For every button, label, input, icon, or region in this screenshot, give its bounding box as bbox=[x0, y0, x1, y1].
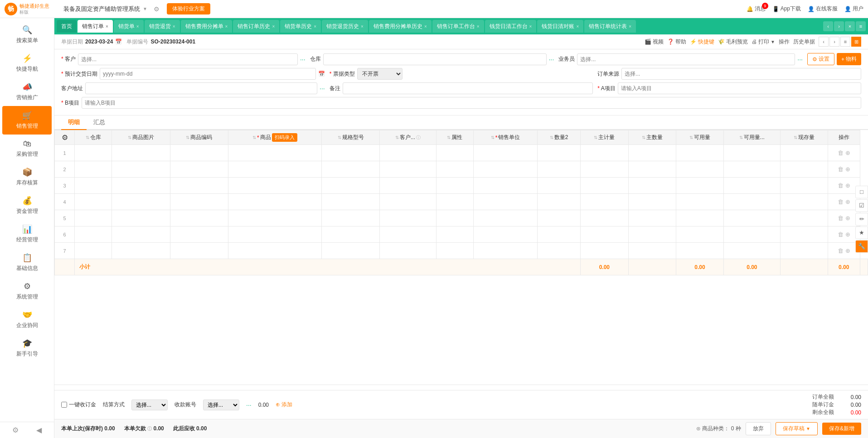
add-deposit-btn[interactable]: ⊕ 添加 bbox=[276, 401, 292, 409]
salesperson-dots[interactable]: ··· bbox=[797, 56, 803, 63]
delete-icon[interactable]: 🗑 bbox=[838, 149, 844, 156]
scan-button[interactable]: 扫码录入 bbox=[272, 133, 297, 142]
tab-close-invoice[interactable]: × bbox=[136, 24, 139, 29]
sidebar-item-search[interactable]: 🔍 搜索菜单 bbox=[0, 20, 54, 49]
sidebar-item-marketing[interactable]: 📣 营销推广 bbox=[0, 77, 54, 106]
settings-btn[interactable]: ⚙ 设置 bbox=[807, 53, 834, 65]
profit-btn[interactable]: 🌾 毛利预览 bbox=[718, 38, 748, 46]
copy-icon[interactable]: ⊕ bbox=[845, 198, 850, 205]
float-btn-expand[interactable]: □ bbox=[855, 186, 868, 198]
warehouse-input[interactable]: 成品库 bbox=[323, 53, 547, 65]
sidebar-item-operations[interactable]: 📊 经营管理 bbox=[0, 220, 54, 248]
print-btn[interactable]: 🖨 打印 ▼ bbox=[752, 38, 775, 46]
tab-sales-order-history[interactable]: 销售订单历史 × bbox=[233, 20, 279, 33]
save-new-button[interactable]: 保存&新增 bbox=[822, 423, 861, 435]
tab-cashflow-workbench[interactable]: 钱货日清工作台 × bbox=[485, 20, 537, 33]
view-btn[interactable]: 🎬 视频 bbox=[645, 38, 664, 46]
tab-invoice[interactable]: 销货单 × bbox=[114, 20, 144, 33]
tab-expense-history[interactable]: 销售费用分摊单历史 × bbox=[369, 20, 432, 33]
tab-close-cashflow-reconcile[interactable]: × bbox=[576, 24, 579, 29]
sidebar-item-system[interactable]: ⚙ 系统管理 bbox=[0, 277, 54, 305]
sidebar-item-inventory[interactable]: 📦 库存核算 bbox=[0, 163, 54, 191]
user-avatar[interactable]: 👤 用户 bbox=[844, 5, 863, 13]
address-dots[interactable]: ··· bbox=[320, 85, 325, 92]
tab-prev-btn[interactable]: ‹ bbox=[823, 21, 833, 31]
th-config[interactable]: ⚙ bbox=[55, 130, 75, 145]
delivery-date-input[interactable] bbox=[100, 68, 316, 80]
note-input[interactable] bbox=[343, 82, 593, 94]
tab-close-invoice-history[interactable]: × bbox=[314, 24, 316, 29]
sidebar-item-finance[interactable]: 💰 资金管理 bbox=[0, 191, 54, 220]
help-btn[interactable]: ❓ 帮助 bbox=[667, 38, 686, 46]
receipt-dots[interactable]: ··· bbox=[246, 401, 252, 409]
layout-btn-next[interactable]: › bbox=[829, 37, 839, 47]
save-draft-button[interactable]: 保存草稿 ▼ bbox=[776, 422, 818, 435]
online-service-btn[interactable]: 👤 在线客服 bbox=[808, 5, 838, 13]
sub-tab-detail[interactable]: 明细 bbox=[61, 116, 87, 130]
deposit-checkbox-input[interactable] bbox=[61, 402, 67, 408]
tab-return-history[interactable]: 销货退货历史 × bbox=[322, 20, 368, 33]
customer-dots[interactable]: ··· bbox=[300, 56, 305, 63]
sidebar-item-sales[interactable]: 🛒 销售管理 bbox=[2, 106, 52, 135]
receipt-account-select[interactable]: 选择... bbox=[203, 399, 239, 410]
settings-icon-bottom[interactable]: ⚙ bbox=[12, 426, 19, 434]
sidebar-item-basicinfo[interactable]: 📋 基础信息 bbox=[0, 248, 54, 277]
tab-close-sales-expense[interactable]: × bbox=[225, 24, 228, 29]
notification-bell[interactable]: 🔔 消息 9 bbox=[747, 5, 766, 13]
copy-icon[interactable]: ⊕ bbox=[845, 247, 850, 254]
float-btn-tool[interactable]: 🔧 bbox=[855, 240, 868, 253]
sidebar-item-guide[interactable]: 🎓 新手引导 bbox=[0, 334, 54, 362]
layout-btn-list[interactable]: ≡ bbox=[840, 37, 850, 47]
shortcut-btn[interactable]: ⚡ 快捷键 bbox=[690, 38, 714, 46]
sub-tab-summary[interactable]: 汇总 bbox=[87, 116, 112, 130]
float-btn-check[interactable]: ☑ bbox=[855, 199, 868, 212]
customer-address-input[interactable] bbox=[85, 82, 317, 94]
tab-next-btn[interactable]: › bbox=[834, 21, 844, 31]
operate-btn[interactable]: 操作 bbox=[779, 38, 790, 46]
delete-icon[interactable]: 🗑 bbox=[838, 166, 844, 173]
delete-icon[interactable]: 🗑 bbox=[838, 215, 844, 221]
tab-sales-order[interactable]: 销售订单 × bbox=[78, 20, 113, 33]
tab-close-order-workbench[interactable]: × bbox=[477, 24, 480, 29]
sidebar-item-purchase[interactable]: 🛍 采购管理 bbox=[0, 135, 54, 163]
calendar-icon[interactable]: 📅 bbox=[115, 39, 122, 45]
sidebar-item-cooperation[interactable]: 🤝 企业协同 bbox=[0, 305, 54, 334]
tab-close-all-btn[interactable]: × bbox=[845, 21, 855, 31]
tab-close-sales-order[interactable]: × bbox=[106, 24, 108, 29]
material-btn[interactable]: + 物料 bbox=[837, 53, 861, 65]
delete-icon[interactable]: 🗑 bbox=[838, 198, 844, 205]
tab-order-workbench[interactable]: 销售订单工作台 × bbox=[432, 20, 484, 33]
layout-btn-grid[interactable]: ⊞ bbox=[851, 37, 861, 47]
tab-close-expense-history[interactable]: × bbox=[424, 24, 427, 29]
system-dropdown-arrow[interactable]: ▼ bbox=[143, 6, 147, 11]
warehouse-dots[interactable]: ··· bbox=[549, 56, 554, 63]
tab-home[interactable]: 首页 bbox=[57, 20, 77, 33]
delivery-calendar-icon[interactable]: 📅 bbox=[318, 71, 325, 77]
float-btn-edit[interactable]: ✏ bbox=[855, 213, 868, 226]
order-source-input[interactable] bbox=[621, 68, 861, 80]
tab-close-cashflow-workbench[interactable]: × bbox=[529, 24, 532, 29]
customer-input[interactable] bbox=[78, 53, 298, 65]
copy-icon[interactable]: ⊕ bbox=[845, 182, 850, 189]
delete-icon[interactable]: 🗑 bbox=[838, 182, 844, 189]
tab-menu-btn[interactable]: ≡ bbox=[856, 21, 866, 31]
tab-sales-stats[interactable]: 销售订单统计表 × bbox=[584, 20, 636, 33]
delete-icon[interactable]: 🗑 bbox=[838, 247, 844, 254]
tab-close-sales-stats[interactable]: × bbox=[629, 24, 631, 29]
horizontal-scrollbar[interactable] bbox=[54, 385, 868, 390]
app-download-btn[interactable]: 📱 App下载 bbox=[772, 5, 801, 13]
industry-button[interactable]: 体验行业方案 bbox=[167, 3, 210, 14]
tab-cashflow-reconcile[interactable]: 钱货日清对账 × bbox=[537, 20, 583, 33]
copy-icon[interactable]: ⊕ bbox=[845, 149, 850, 156]
one-click-deposit-checkbox[interactable]: 一键收订金 bbox=[61, 401, 96, 409]
payment-method-select[interactable]: 选择... bbox=[131, 399, 168, 410]
project-b-input[interactable] bbox=[82, 97, 861, 109]
invoice-type-select[interactable]: 不开票 bbox=[357, 68, 402, 80]
tab-invoice-history[interactable]: 销货单历史 × bbox=[280, 20, 321, 33]
discard-button[interactable]: 放弃 bbox=[746, 422, 771, 435]
tab-close-order-history[interactable]: × bbox=[272, 24, 275, 29]
copy-icon[interactable]: ⊕ bbox=[845, 166, 850, 173]
delete-icon[interactable]: 🗑 bbox=[838, 231, 844, 238]
salesperson-input[interactable] bbox=[577, 53, 795, 65]
copy-icon[interactable]: ⊕ bbox=[845, 231, 850, 238]
